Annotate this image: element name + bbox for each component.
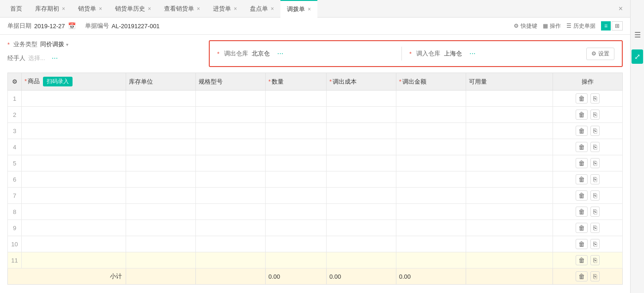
amount-cell[interactable] — [396, 220, 466, 236]
spec-cell[interactable] — [196, 220, 266, 236]
scan-button[interactable]: 扫码录入 — [43, 77, 73, 86]
unit-cell[interactable] — [126, 236, 196, 252]
amount-cell[interactable] — [396, 204, 466, 220]
close-inventory-check[interactable]: × — [271, 6, 274, 12]
tab-purchase[interactable]: 进货单 × — [207, 0, 243, 18]
layout-grid-btn[interactable]: ⊞ — [612, 21, 623, 31]
shortcut-button[interactable]: ⚙ 快捷键 — [514, 22, 537, 30]
tab-inventory-init[interactable]: 库存期初 × — [29, 0, 72, 18]
spec-cell[interactable] — [196, 91, 266, 107]
delete-row-btn[interactable]: 🗑 — [576, 190, 588, 201]
copy-row-btn[interactable]: ⎘ — [590, 93, 600, 104]
spec-cell[interactable] — [196, 252, 266, 269]
amount-cell[interactable] — [396, 188, 466, 204]
tab-transfer[interactable]: 调拨单 × — [280, 0, 317, 18]
avail-cell[interactable] — [466, 139, 553, 155]
tab-sales-order[interactable]: 销货单 × — [72, 0, 109, 18]
delete-row-btn[interactable]: 🗑 — [576, 126, 588, 136]
unit-cell[interactable] — [126, 155, 196, 171]
amount-cell[interactable] — [396, 107, 466, 123]
copy-row-btn[interactable]: ⎘ — [590, 126, 600, 136]
operate-button[interactable]: ▦ 操作 — [543, 22, 561, 30]
avail-cell[interactable] — [466, 107, 553, 123]
delete-row-btn[interactable]: 🗑 — [576, 174, 588, 184]
product-cell[interactable] — [22, 188, 126, 204]
spec-cell[interactable] — [196, 204, 266, 220]
copy-row-btn[interactable]: ⎘ — [590, 239, 600, 249]
close-inventory-init[interactable]: × — [62, 6, 65, 12]
tab-sales-history[interactable]: 销货单历史 × — [109, 0, 158, 18]
copy-row-btn[interactable]: ⎘ — [590, 190, 600, 201]
cost-cell[interactable] — [326, 220, 396, 236]
cost-cell[interactable] — [326, 107, 396, 123]
col-gear[interactable]: ⚙ — [8, 73, 22, 91]
qty-cell[interactable] — [265, 220, 326, 236]
tab-inventory-check[interactable]: 盘点单 × — [243, 0, 280, 18]
spec-cell[interactable] — [196, 236, 266, 252]
unit-cell[interactable] — [126, 91, 196, 107]
sidebar-list-icon[interactable]: ☰ — [632, 28, 644, 42]
product-cell[interactable] — [22, 220, 126, 236]
delete-row-btn[interactable]: 🗑 — [576, 223, 588, 233]
avail-cell[interactable] — [466, 91, 553, 107]
product-cell[interactable] — [22, 204, 126, 220]
amount-cell[interactable] — [396, 139, 466, 155]
handler-select[interactable]: 选择... — [28, 54, 45, 62]
cost-cell[interactable] — [326, 155, 396, 171]
avail-cell[interactable] — [466, 236, 553, 252]
qty-cell[interactable] — [265, 188, 326, 204]
delete-row-btn[interactable]: 🗑 — [576, 93, 588, 104]
unit-cell[interactable] — [126, 139, 196, 155]
amount-cell[interactable] — [396, 252, 466, 269]
copy-row-btn[interactable]: ⎘ — [590, 255, 600, 265]
delete-row-btn[interactable]: 🗑 — [576, 110, 588, 120]
spec-cell[interactable] — [196, 139, 266, 155]
avail-cell[interactable] — [466, 188, 553, 204]
calendar-icon[interactable]: 📅 — [68, 22, 76, 30]
cost-cell[interactable] — [326, 91, 396, 107]
avail-cell[interactable] — [466, 171, 553, 188]
amount-cell[interactable] — [396, 91, 466, 107]
cost-cell[interactable] — [326, 236, 396, 252]
avail-cell[interactable] — [466, 252, 553, 269]
amount-cell[interactable] — [396, 171, 466, 188]
avail-cell[interactable] — [466, 204, 553, 220]
copy-row-btn[interactable]: ⎘ — [590, 223, 600, 233]
sidebar-expand-icon[interactable]: ⤢ — [632, 49, 643, 64]
product-cell[interactable] — [22, 236, 126, 252]
copy-row-btn[interactable]: ⎘ — [590, 110, 600, 120]
layout-list-btn[interactable]: ≡ — [601, 21, 611, 31]
spec-cell[interactable] — [196, 155, 266, 171]
cost-cell[interactable] — [326, 171, 396, 188]
cost-cell[interactable] — [326, 139, 396, 155]
transfer-in-more[interactable]: ··· — [469, 49, 475, 58]
settings-button[interactable]: ⚙ 设置 — [586, 48, 614, 60]
unit-cell[interactable] — [126, 252, 196, 269]
cost-cell[interactable] — [326, 188, 396, 204]
subtotal-copy-btn[interactable]: ⎘ — [590, 271, 600, 281]
close-view-sales[interactable]: × — [197, 6, 200, 12]
unit-cell[interactable] — [126, 107, 196, 123]
product-cell[interactable] — [22, 123, 126, 139]
avail-cell[interactable] — [466, 155, 553, 171]
cost-cell[interactable] — [326, 252, 396, 269]
amount-cell[interactable] — [396, 155, 466, 171]
qty-cell[interactable] — [265, 155, 326, 171]
copy-row-btn[interactable]: ⎘ — [590, 207, 600, 217]
tab-view-sales[interactable]: 查看销货单 × — [158, 0, 207, 18]
delete-row-btn[interactable]: 🗑 — [576, 207, 588, 217]
qty-cell[interactable] — [265, 107, 326, 123]
close-purchase[interactable]: × — [234, 6, 237, 12]
spec-cell[interactable] — [196, 123, 266, 139]
qty-cell[interactable] — [265, 204, 326, 220]
qty-cell[interactable] — [265, 252, 326, 269]
avail-cell[interactable] — [466, 220, 553, 236]
delete-row-btn[interactable]: 🗑 — [576, 158, 588, 168]
qty-cell[interactable] — [265, 236, 326, 252]
unit-cell[interactable] — [126, 220, 196, 236]
product-cell[interactable] — [22, 139, 126, 155]
qty-cell[interactable] — [265, 171, 326, 188]
transfer-out-more[interactable]: ··· — [277, 49, 283, 58]
amount-cell[interactable] — [396, 123, 466, 139]
unit-cell[interactable] — [126, 123, 196, 139]
